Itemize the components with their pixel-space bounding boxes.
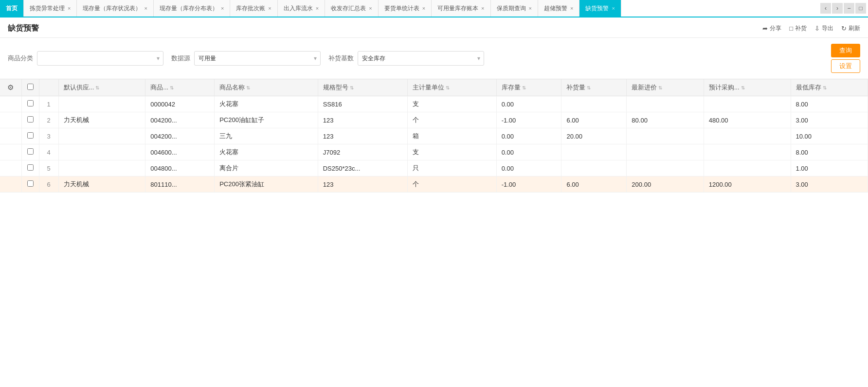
refresh-icon: ↻ (841, 25, 847, 32)
tab-quehuo-close[interactable]: × (612, 5, 615, 11)
row-gear-2 (0, 128, 21, 144)
tab-churuku-label: 出入库流水 (284, 4, 313, 13)
tab-minimize-btn[interactable]: − (844, 3, 854, 14)
row-est-purchase-4 (704, 160, 791, 176)
tab-jianhuo[interactable]: 拣货异常处理 × (24, 0, 77, 17)
tab-jianhuo-label: 拣货异常处理 (30, 4, 65, 13)
filter-bar: 商品分类 数据源 可用量 库存量 补货基数 安全库存 (0, 38, 868, 79)
row-unit-2: 箱 (407, 128, 496, 144)
tab-next-btn[interactable]: › (832, 3, 843, 14)
row-checkbox-0 (21, 96, 39, 112)
row-spec-1: 123 (318, 112, 407, 128)
col-spec-label: 规格型号 (323, 83, 348, 92)
row-supplier-5: 力天机械 (58, 176, 145, 193)
row-select-checkbox-1[interactable] (27, 116, 34, 123)
row-replenish-qty-4 (561, 160, 627, 176)
tab-shoufacun[interactable]: 收发存汇总表 × (325, 0, 378, 17)
tab-prev-btn[interactable]: ‹ (820, 3, 831, 14)
col-gear: ⚙ (0, 79, 21, 96)
replenish-button[interactable]: □ 补货 (789, 24, 807, 33)
row-num-1: 2 (39, 112, 58, 128)
table-row: 1 0000042 火花塞 SS816 支 0.00 8.00 (0, 96, 868, 112)
row-spec-0: SS816 (318, 96, 407, 112)
row-supplier-3 (58, 144, 145, 160)
tab-jianhuo-close[interactable]: × (68, 5, 71, 11)
row-product-name-4: 离合片 (215, 160, 318, 176)
tab-quehuo[interactable]: 缺货预警 × (579, 0, 621, 17)
row-gear-3 (0, 144, 21, 160)
tab-chaochuyujing-close[interactable]: × (570, 5, 573, 11)
row-stock-1: -1.00 (496, 112, 561, 128)
tab-xiancunliang2-label: 现存量（库存分布表） (160, 4, 218, 13)
category-select-wrapper (37, 51, 163, 66)
col-default-supplier-sort: ⇅ (95, 85, 99, 90)
tab-churuku[interactable]: 出入库流水 × (278, 0, 325, 17)
row-stock-5: -1.00 (496, 176, 561, 193)
category-select[interactable] (37, 51, 163, 66)
row-gear-0 (0, 96, 21, 112)
tab-xiancunliang2-close[interactable]: × (221, 5, 224, 11)
row-select-checkbox-2[interactable] (27, 132, 34, 139)
col-spec[interactable]: 规格型号 ⇅ (318, 79, 407, 96)
data-table: ⚙ 默认供应... ⇅ 商品... (0, 79, 868, 193)
export-button[interactable]: ⇩ 导出 (814, 24, 833, 33)
row-select-checkbox-5[interactable] (27, 180, 34, 187)
tab-nav-btns: ‹ › − □ (818, 3, 868, 14)
tab-maximize-btn[interactable]: □ (855, 3, 866, 14)
row-spec-5: 123 (318, 176, 407, 193)
row-select-checkbox-4[interactable] (27, 164, 34, 171)
tab-churuku-close[interactable]: × (316, 5, 319, 11)
col-unit[interactable]: 主计量单位 ⇅ (407, 79, 496, 96)
settings-gear-icon[interactable]: ⚙ (7, 83, 14, 91)
row-supplier-4 (58, 160, 145, 176)
row-supplier-2 (58, 128, 145, 144)
tab-home[interactable]: 首页 (0, 0, 24, 17)
row-est-purchase-1: 480.00 (704, 112, 791, 128)
row-select-checkbox-0[interactable] (27, 100, 34, 106)
col-rownum (39, 79, 58, 96)
query-button[interactable]: 查询 (831, 44, 860, 57)
col-stock[interactable]: 库存量 ⇅ (496, 79, 561, 96)
col-default-supplier[interactable]: 默认供应... ⇅ (58, 79, 145, 96)
row-checkbox-4 (21, 160, 39, 176)
row-min-stock-2: 10.00 (791, 128, 868, 144)
tab-xiancunliang1-close[interactable]: × (144, 5, 147, 11)
row-select-checkbox-3[interactable] (27, 148, 34, 155)
table-row: 3 004200... 三九 123 箱 0.00 20.00 10.00 (0, 128, 868, 144)
col-product-name[interactable]: 商品名称 ⇅ (215, 79, 318, 96)
page-content: 缺货预警 ➦ 分享 □ 补货 ⇩ 导出 ↻ 刷新 商品分类 (0, 18, 868, 387)
tab-keyongliang[interactable]: 可用量库存账本 × (432, 0, 490, 17)
col-product-code[interactable]: 商品... ⇅ (145, 79, 215, 96)
settings-button[interactable]: 设置 (831, 59, 860, 73)
row-unit-5: 个 (407, 176, 496, 193)
col-replenish-qty-label: 补货量 (566, 83, 585, 92)
row-replenish-qty-1: 6.00 (561, 112, 627, 128)
tab-yaohuo[interactable]: 要货单统计表 × (379, 0, 432, 17)
datasource-select[interactable]: 可用量 库存量 (194, 51, 321, 66)
tab-xiancunliang2[interactable]: 现存量（库存分布表） × (154, 0, 230, 17)
tab-yaohuo-close[interactable]: × (422, 5, 425, 11)
tab-shoufacun-close[interactable]: × (369, 5, 372, 11)
col-latest-price[interactable]: 最新进价 ⇅ (627, 79, 704, 96)
row-product-code-2: 004200... (145, 128, 215, 144)
col-min-stock[interactable]: 最低库存 ⇅ (791, 79, 868, 96)
select-all-checkbox[interactable] (27, 84, 34, 90)
share-label: 分享 (770, 24, 781, 33)
col-est-purchase[interactable]: 预计采购... ⇅ (704, 79, 791, 96)
tab-baozhi[interactable]: 保质期查询 × (491, 0, 538, 17)
col-replenish-qty[interactable]: 补货量 ⇅ (561, 79, 627, 96)
replenish-base-select-wrapper: 安全库存 其他 (358, 51, 484, 66)
row-product-name-1: PC200油缸缸子 (215, 112, 318, 128)
refresh-button[interactable]: ↻ 刷新 (841, 24, 860, 33)
tab-kucunpici[interactable]: 库存批次账 × (230, 0, 277, 17)
refresh-label: 刷新 (849, 24, 860, 33)
tab-keyongliang-close[interactable]: × (481, 5, 484, 11)
tab-chaochuyujing[interactable]: 超储预警 × (538, 0, 579, 17)
share-button[interactable]: ➦ 分享 (762, 24, 781, 33)
tab-kucunpici-close[interactable]: × (268, 5, 271, 11)
col-spec-sort: ⇅ (350, 85, 354, 90)
replenish-base-select[interactable]: 安全库存 其他 (358, 51, 484, 66)
tab-baozhi-close[interactable]: × (529, 5, 532, 11)
tab-xiancunliang1[interactable]: 现存量（库存状况表） × (77, 0, 153, 17)
tab-bar: 首页 拣货异常处理 × 现存量（库存状况表） × 现存量（库存分布表） × 库存… (0, 0, 868, 18)
